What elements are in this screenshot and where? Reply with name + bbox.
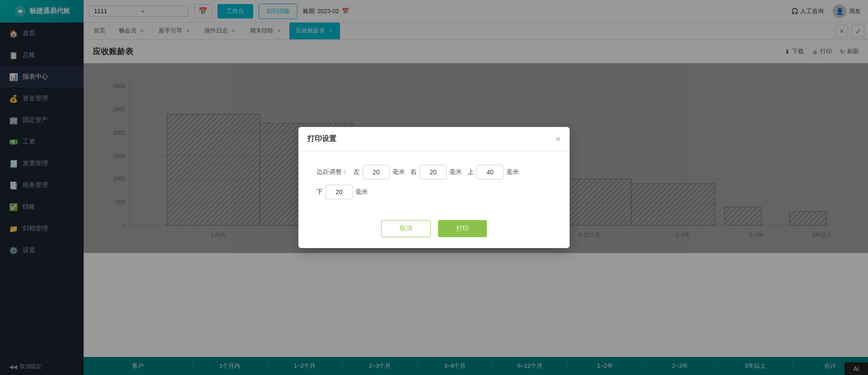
- top-unit: 毫米: [506, 168, 519, 176]
- left-direction-label: 左: [354, 168, 360, 176]
- top-margin-input[interactable]: [476, 165, 504, 179]
- bottom-direction-label: 下: [316, 188, 323, 196]
- right-unit: 毫米: [449, 168, 462, 176]
- modal-footer: 取消 打印: [298, 213, 570, 248]
- left-margin-input[interactable]: [363, 165, 390, 179]
- right-margin-input[interactable]: [420, 165, 447, 179]
- print-confirm-button[interactable]: 打印: [438, 220, 487, 237]
- modal-close-button[interactable]: ×: [556, 135, 561, 143]
- bottom-unit: 毫米: [355, 188, 368, 196]
- cancel-button[interactable]: 取消: [381, 220, 431, 237]
- right-direction-label: 右: [410, 168, 417, 176]
- modal-overlay: 打印设置 × 边距调整： 左 毫米 右 毫米 上 毫米: [0, 0, 868, 375]
- left-unit: 毫米: [392, 168, 405, 176]
- bottom-margin-item: 下 毫米: [316, 185, 368, 199]
- right-margin-item: 右 毫米: [410, 165, 462, 179]
- margin-label: 边距调整：: [316, 168, 348, 176]
- modal-title: 打印设置: [307, 134, 336, 144]
- bottom-margin-input[interactable]: [326, 185, 353, 199]
- modal-body: 边距调整： 左 毫米 右 毫米 上 毫米 下: [298, 151, 570, 213]
- print-settings-dialog: 打印设置 × 边距调整： 左 毫米 右 毫米 上 毫米: [298, 127, 570, 248]
- margin-settings-row: 边距调整： 左 毫米 右 毫米 上 毫米 下: [316, 165, 552, 199]
- modal-header: 打印设置 ×: [298, 127, 570, 151]
- left-margin-item: 左 毫米: [354, 165, 405, 179]
- top-direction-label: 上: [467, 168, 474, 176]
- top-margin-item: 上 毫米: [467, 165, 519, 179]
